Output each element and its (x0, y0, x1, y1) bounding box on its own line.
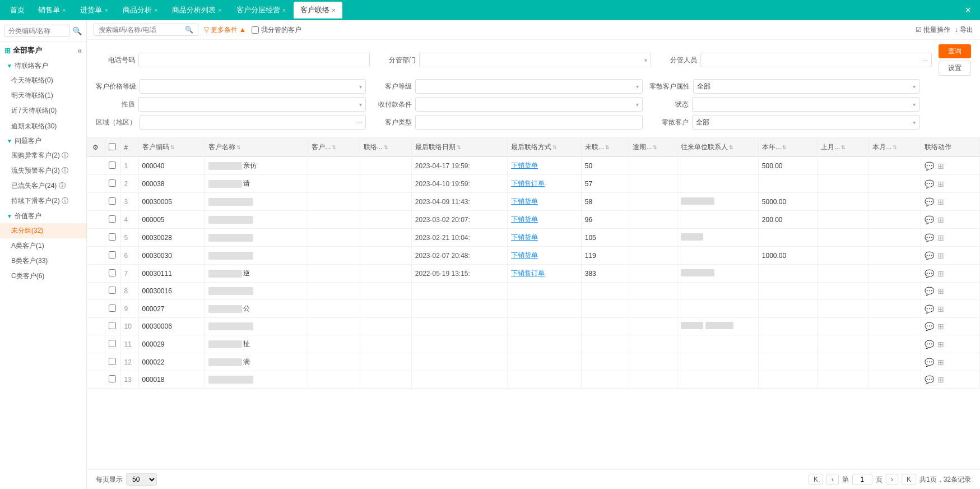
filter-search-input[interactable] (99, 26, 183, 34)
contact-method-link[interactable]: 下销货单 (511, 215, 538, 223)
col-last-month[interactable]: 上月... ⇅ (818, 138, 869, 157)
row-checkbox[interactable] (109, 179, 116, 187)
filter-customer-type-input[interactable] (415, 115, 643, 130)
sidebar-section-问题客户[interactable]: ▼问题客户 (0, 134, 86, 148)
grid-action-icon[interactable]: ⊞ (937, 375, 944, 384)
sidebar-item[interactable]: 今天待联络(0) (0, 73, 86, 88)
filter-search-icon[interactable]: 🔍 (185, 26, 193, 34)
col-last-method[interactable]: 最后联络方式 ⇅ (508, 138, 582, 157)
close-tab-icon[interactable]: × (218, 7, 221, 13)
chat-icon[interactable]: 💬 (925, 322, 934, 331)
grid-action-icon[interactable]: ⊞ (937, 305, 944, 313)
chat-icon[interactable]: 💬 (925, 269, 934, 278)
chat-icon[interactable]: 💬 (925, 233, 934, 242)
grid-action-icon[interactable]: ⊞ (937, 215, 944, 224)
chat-icon[interactable]: 💬 (925, 305, 934, 313)
td-last-method[interactable]: 下销货单 (508, 229, 582, 247)
sidebar-item[interactable]: B类客户(33) (0, 253, 86, 269)
td-last-method[interactable]: 下销货单 (508, 211, 582, 229)
chat-icon[interactable]: 💬 (925, 287, 934, 296)
batch-ops-btn[interactable]: ☑ 批量操作 (916, 25, 950, 35)
reset-btn[interactable]: 设置 (939, 61, 971, 76)
td-last-method[interactable] (508, 300, 582, 318)
chat-icon[interactable]: 💬 (925, 251, 934, 260)
td-check[interactable] (105, 353, 120, 371)
sidebar-item[interactable]: 囤购异常客户(2) ⓘ (0, 148, 86, 163)
my-customers-checkbox[interactable] (252, 26, 259, 34)
td-last-method[interactable]: 下销售订单 (508, 265, 582, 283)
td-last-method[interactable]: 下销货单 (508, 157, 582, 175)
col-last-date[interactable]: 最后联络日期 ⇅ (411, 138, 507, 157)
td-last-method[interactable] (508, 335, 582, 353)
filter-search-box[interactable]: 🔍 (94, 24, 198, 36)
page-number-input[interactable] (852, 474, 872, 485)
grid-action-icon[interactable]: ⊞ (937, 358, 944, 367)
grid-action-icon[interactable]: ⊞ (937, 322, 944, 331)
contact-method-link[interactable]: 下销货单 (511, 251, 538, 259)
filter-region-input[interactable]: ··· (140, 115, 366, 130)
close-tab-icon[interactable]: × (332, 7, 335, 13)
col-this-month[interactable]: 本月... ⇅ (869, 138, 921, 157)
td-check[interactable] (105, 175, 120, 193)
chat-icon[interactable]: 💬 (925, 358, 934, 367)
sidebar-item[interactable]: 逾期未联络(30) (0, 119, 86, 134)
col-overdue[interactable]: 逾期... ⇅ (629, 138, 677, 157)
td-last-method[interactable] (508, 371, 582, 389)
td-check[interactable] (105, 335, 120, 353)
grid-action-icon[interactable]: ⊞ (937, 162, 944, 170)
td-last-method[interactable] (508, 283, 582, 300)
row-checkbox[interactable] (109, 251, 116, 259)
sidebar-all-customers[interactable]: ⊞ 全部客户 « (0, 42, 86, 59)
chat-icon[interactable]: 💬 (925, 340, 934, 349)
td-check[interactable] (105, 211, 120, 229)
my-customers-label[interactable]: 我分管的客户 (252, 25, 301, 35)
sidebar-item[interactable]: A类客户(1) (0, 238, 86, 253)
grid-action-icon[interactable]: ⊞ (937, 197, 944, 206)
col-settings[interactable]: ⚙ (87, 138, 105, 157)
col-unit-contact[interactable]: 往来单位联系人 ⇅ (677, 138, 758, 157)
page-last-btn[interactable]: K (902, 474, 916, 485)
contact-method-link[interactable]: 下销货单 (511, 233, 538, 241)
td-check[interactable] (105, 318, 120, 335)
sidebar-item[interactable]: 明天待联络(1) (0, 88, 86, 103)
nav-tab-客户分层经营[interactable]: 客户分层经营× (230, 2, 292, 19)
row-checkbox[interactable] (109, 375, 116, 382)
page-first-btn[interactable]: K (809, 474, 823, 485)
query-btn[interactable]: 查询 (939, 44, 971, 58)
row-checkbox[interactable] (109, 322, 116, 329)
sidebar-item[interactable]: 已流失客户(24) ⓘ (0, 178, 86, 193)
sidebar-item[interactable]: 持续下滑客户(2) ⓘ (0, 193, 86, 209)
nav-tab-客户联络[interactable]: 客户联络× (294, 2, 342, 19)
chat-icon[interactable]: 💬 (925, 197, 934, 206)
sidebar-section-待联络客户[interactable]: ▼待联络客户 (0, 59, 86, 73)
filter-retail-customer-input[interactable]: 全部▾ (692, 115, 919, 130)
col-type[interactable]: 客户... ⇅ (308, 138, 360, 157)
row-checkbox[interactable] (109, 287, 116, 294)
select-all-checkbox[interactable] (109, 143, 116, 150)
contact-method-link[interactable]: 下销货单 (511, 197, 538, 205)
sidebar-item[interactable]: C类客户(6) (0, 269, 86, 284)
row-checkbox[interactable] (109, 197, 116, 205)
close-tab-icon[interactable]: × (154, 7, 157, 13)
filter-nature-input[interactable]: ▾ (138, 97, 366, 112)
col-this-year[interactable]: 本年... ⇅ (758, 138, 817, 157)
sidebar-item[interactable]: 流失预警客户(3) ⓘ (0, 163, 86, 178)
sidebar-search-input[interactable] (4, 25, 70, 37)
grid-action-icon[interactable]: ⊞ (937, 251, 944, 260)
filter-retail-attr-input[interactable]: 全部▾ (693, 79, 919, 94)
col-name[interactable]: 客户名称 ⇅ (205, 138, 308, 157)
nav-home[interactable]: 首页 (4, 2, 30, 19)
grid-action-icon[interactable]: ⊞ (937, 340, 944, 349)
col-uncontacted[interactable]: 未联... ⇅ (581, 138, 629, 157)
filter-price-level-input[interactable]: ▾ (140, 79, 366, 94)
row-checkbox[interactable] (109, 305, 116, 312)
td-check[interactable] (105, 247, 120, 265)
contact-method-link[interactable]: 下销货单 (511, 162, 538, 169)
td-last-method[interactable]: 下销货单 (508, 247, 582, 265)
td-check[interactable] (105, 193, 120, 211)
filter-dept-input[interactable]: ▾ (419, 53, 651, 67)
chat-icon[interactable]: 💬 (925, 162, 934, 170)
close-tab-icon[interactable]: × (62, 7, 66, 13)
page-next-btn[interactable]: › (886, 474, 898, 485)
td-check[interactable] (105, 265, 120, 283)
